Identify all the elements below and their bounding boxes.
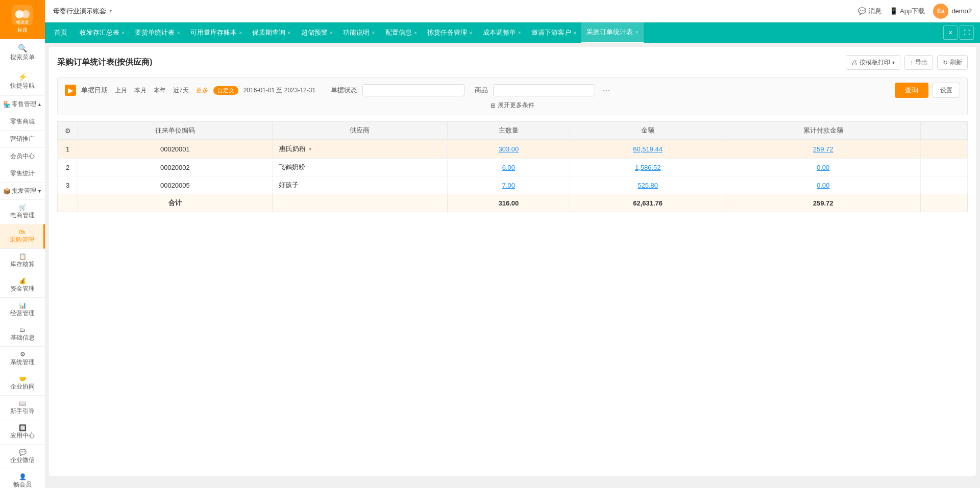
- basic-label: 基础信息: [10, 333, 35, 342]
- row1-expand-icon[interactable]: ▼: [308, 146, 313, 152]
- nav-overstock-close-icon[interactable]: ×: [330, 30, 333, 36]
- goods-filter-input[interactable]: [493, 84, 595, 96]
- status-filter-select[interactable]: [362, 84, 464, 96]
- nav-expiry-label: 保质期查询: [252, 28, 285, 37]
- more-options-dots[interactable]: ···: [602, 86, 610, 95]
- row2-paid[interactable]: 0.00: [726, 159, 920, 176]
- table-row[interactable]: 1 00020001 惠氏奶粉 ▼ 303.00 60,519.44 259.7…: [58, 140, 968, 159]
- sidebar-item-vip[interactable]: 👤 畅会员: [0, 469, 45, 488]
- sidebar-item-retail-mgmt[interactable]: 🏪 零售管理 ▲: [0, 96, 45, 113]
- message-btn[interactable]: 💬 消息: [858, 7, 881, 16]
- sidebar-item-basic[interactable]: 🗂 基础信息: [0, 322, 45, 347]
- expand-more-btn[interactable]: ⊞ 展开更多条件: [491, 101, 534, 110]
- export-btn[interactable]: ↑ 导出: [904, 55, 933, 70]
- sidebar-item-appcenter[interactable]: 🔲 应用中心: [0, 420, 45, 445]
- row2-amount[interactable]: 1,586.52: [570, 159, 726, 176]
- nav-item-invite[interactable]: 邀请下游客户 ×: [526, 22, 581, 43]
- sidebar-item-wholesale[interactable]: 📦 批发管理 ▼: [0, 183, 45, 200]
- sidebar-item-purchase[interactable]: 🛍 采购管理: [0, 224, 45, 249]
- shortcut-7days[interactable]: 近7天: [171, 85, 191, 96]
- col-settings[interactable]: ⚙: [58, 122, 78, 140]
- sidebar-item-finance[interactable]: 💰 资金管理: [0, 273, 45, 298]
- sidebar-item-marketing[interactable]: 营销推广: [0, 131, 45, 148]
- row3-paid[interactable]: 0.00: [726, 176, 920, 194]
- nav-fullscreen-btn[interactable]: ⛶: [960, 25, 974, 40]
- purchase-icon: 🛍: [19, 228, 25, 236]
- logo-area[interactable]: 畅捷通 标题: [0, 0, 45, 39]
- sidebar-item-wechat[interactable]: 💬 企业微信: [0, 445, 45, 469]
- vip-label: 畅会员: [13, 480, 32, 488]
- sidebar-item-inventory[interactable]: 📋 库存核算: [0, 249, 45, 273]
- sidebar-search[interactable]: 🔍 搜索菜单: [0, 39, 45, 67]
- app-download-btn[interactable]: 📱 App下载: [890, 7, 925, 16]
- nav-item-available[interactable]: 可用量库存账本 ×: [185, 22, 247, 43]
- download-icon: 📱: [890, 7, 898, 15]
- shortcut-last-month[interactable]: 上月: [113, 85, 129, 96]
- row1-code: 00020001: [78, 140, 273, 159]
- sidebar-item-collab[interactable]: 🤝 企业协同: [0, 371, 45, 396]
- retail-mgmt-label: 零售管理: [12, 100, 36, 109]
- row2-quantity[interactable]: 6.00: [448, 159, 570, 176]
- nav-item-overstock[interactable]: 超储预警 ×: [296, 22, 338, 43]
- shortcut-more[interactable]: 更多: [194, 85, 210, 96]
- sidebar-item-ecommerce[interactable]: 🛒 电商管理: [0, 200, 45, 224]
- nav-item-function[interactable]: 功能说明 ×: [338, 22, 380, 43]
- nav-item-purchase-stats[interactable]: 采购订单统计表 ×: [581, 22, 643, 43]
- nav-home-label: 首页: [54, 28, 67, 37]
- nav-receive-close-icon[interactable]: ×: [121, 30, 125, 36]
- nav-demand-close-icon[interactable]: ×: [177, 30, 180, 36]
- table-row[interactable]: 2 00020002 飞鹤奶粉 6.00 1,586.52 0.00: [58, 159, 968, 176]
- svg-text:畅捷通: 畅捷通: [16, 20, 29, 24]
- user-badge[interactable]: Ea demo2: [933, 4, 972, 19]
- newbie-icon: 📖: [19, 400, 27, 407]
- row1-extra: [920, 140, 967, 159]
- nav-item-config[interactable]: 配置信息 ×: [380, 22, 422, 43]
- nav-cost-close-icon[interactable]: ×: [518, 30, 521, 36]
- refresh-btn[interactable]: ↻ 刷新: [937, 55, 968, 70]
- nav-picking-close-icon[interactable]: ×: [469, 30, 472, 36]
- nav-purchase-stats-close-icon[interactable]: ×: [635, 29, 638, 35]
- nav-invite-close-icon[interactable]: ×: [573, 30, 576, 36]
- nav-function-close-icon[interactable]: ×: [372, 30, 375, 36]
- nav-item-receive-summary[interactable]: 收发存汇总表 ×: [75, 22, 130, 43]
- nav-item-expiry[interactable]: 保质期查询 ×: [247, 22, 296, 43]
- sidebar-item-operation[interactable]: 📊 经营管理: [0, 298, 45, 322]
- row3-amount[interactable]: 525.80: [570, 176, 726, 194]
- workspace-arrow-icon: ▾: [109, 8, 112, 14]
- goods-filter-label: 商品: [475, 86, 488, 95]
- footer-quantity: 316.00: [448, 194, 570, 212]
- nav-available-close-icon[interactable]: ×: [239, 30, 242, 36]
- workspace-selector[interactable]: 母婴行业演示账套 ▾: [53, 7, 112, 16]
- row1-quantity[interactable]: 303.00: [448, 140, 570, 159]
- row1-index: 1: [58, 140, 78, 159]
- sidebar-item-member[interactable]: 会员中心: [0, 148, 45, 165]
- sidebar-item-retail-stats[interactable]: 零售统计: [0, 165, 45, 183]
- row2-extra: [920, 159, 967, 176]
- finance-icon: 💰: [19, 277, 27, 285]
- marketing-label: 营销推广: [10, 135, 35, 143]
- sidebar-item-system[interactable]: ⚙ 系统管理: [0, 347, 45, 371]
- sidebar-item-newbie[interactable]: 📖 新手引导: [0, 396, 45, 420]
- query-button[interactable]: 查询: [895, 83, 928, 98]
- row1-amount[interactable]: 60,519.44: [570, 140, 726, 159]
- nav-item-home[interactable]: 首页: [47, 22, 75, 43]
- sidebar-item-retail-store[interactable]: 零售商城: [0, 113, 45, 131]
- table-row[interactable]: 3 00020005 好孩子 7.00 525.80 0.00: [58, 176, 968, 194]
- nav-item-demand[interactable]: 要货单统计表 ×: [130, 22, 185, 43]
- shortcut-this-year[interactable]: 本年: [152, 85, 168, 96]
- nav-config-close-icon[interactable]: ×: [414, 30, 417, 36]
- filter-toggle-btn[interactable]: ▶: [65, 85, 76, 96]
- nav-expiry-close-icon[interactable]: ×: [287, 30, 290, 36]
- settings-button[interactable]: 设置: [933, 83, 960, 98]
- row1-paid[interactable]: 259.72: [726, 140, 920, 159]
- sidebar-quick-nav[interactable]: ⚡ 快捷导航: [0, 67, 45, 96]
- inventory-label: 库存核算: [10, 260, 35, 269]
- nav-item-cost[interactable]: 成本调整单 ×: [478, 22, 526, 43]
- nav-close-all-btn[interactable]: ×: [943, 25, 958, 40]
- custom-tag[interactable]: 自定义: [213, 86, 238, 95]
- print-btn[interactable]: 🖨 按模板打印 ▾: [846, 55, 900, 70]
- shortcut-this-month[interactable]: 本月: [132, 85, 149, 96]
- appcenter-label: 应用中心: [10, 431, 35, 440]
- nav-item-picking[interactable]: 拣货任务管理 ×: [422, 22, 477, 43]
- row3-quantity[interactable]: 7.00: [448, 176, 570, 194]
